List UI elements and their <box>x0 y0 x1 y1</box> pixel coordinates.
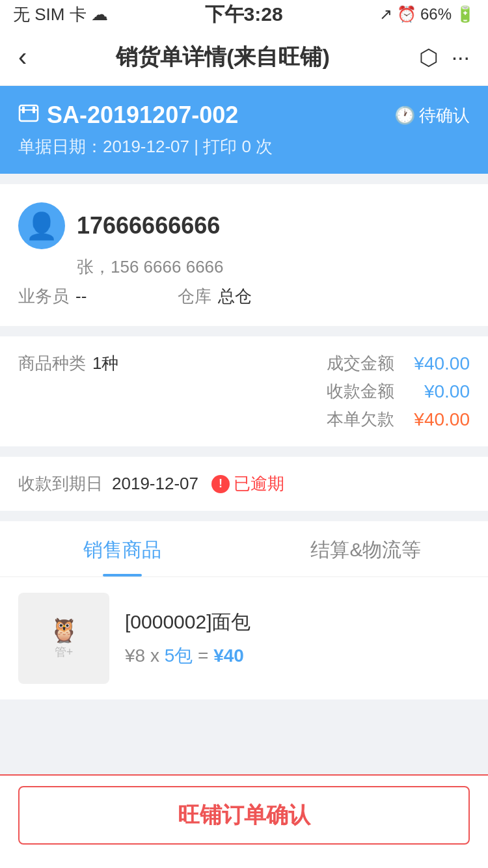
customer-phone: 17666666666 <box>77 212 220 239</box>
salesperson-value: -- <box>75 286 87 306</box>
due-date-label: 收款到期日 <box>18 472 103 495</box>
nav-actions: ⬡ ··· <box>419 44 470 70</box>
tabs-section: 销售商品 结算&物流等 🦉 管+ [0000002]面包 ¥8 x 5包 = ¥… <box>0 521 488 699</box>
status-battery: ↗ ⏰ 66% 🔋 <box>379 5 475 23</box>
status-network: 无 SIM 卡 ☁ <box>13 3 108 26</box>
overdue-text: 已逾期 <box>234 472 284 495</box>
customer-name: 张，156 6666 6666 <box>77 256 470 278</box>
product-price-row: ¥8 x 5包 = ¥40 <box>125 644 470 668</box>
received-amount-label: 收款金额 <box>327 380 394 403</box>
tab-settlement-logistics[interactable]: 结算&物流等 <box>244 521 488 576</box>
salesperson-label: 业务员 <box>18 285 69 308</box>
order-status: 🕐 待确认 <box>394 104 470 127</box>
product-logo: 🦉 <box>49 617 79 644</box>
order-icon <box>18 103 39 128</box>
more-icon[interactable]: ··· <box>452 44 470 70</box>
warehouse-value: 总仓 <box>218 285 252 308</box>
customer-section: 👤 17666666666 张，156 6666 6666 业务员 -- 仓库 … <box>0 184 488 326</box>
product-thumbnail: 🦉 管+ <box>18 593 109 684</box>
status-time: 下午3:28 <box>205 1 283 28</box>
bottom-bar: 旺铺订单确认 <box>0 774 488 868</box>
back-button[interactable]: ‹ <box>18 42 27 72</box>
price-label: ¥8 x <box>125 645 165 666</box>
nav-bar: ‹ 销货单详情(来自旺铺) ⬡ ··· <box>0 29 488 86</box>
owed-amount-value: ¥40.00 <box>405 409 470 430</box>
product-name: [0000002]面包 <box>125 609 470 636</box>
amounts-section: 商品种类 1种 成交金额 ¥40.00 收款金额 ¥0.00 本单欠款 ¥40.… <box>0 336 488 446</box>
overdue-icon: ! <box>211 475 230 493</box>
page-title: 销货单详情(来自旺铺) <box>116 42 330 72</box>
product-types: 商品种类 1种 <box>18 352 327 375</box>
amounts-right: 成交金额 ¥40.00 收款金额 ¥0.00 本单欠款 ¥40.00 <box>327 352 470 431</box>
product-details: [0000002]面包 ¥8 x 5包 = ¥40 <box>125 609 470 668</box>
clock-icon: 🕐 <box>394 105 415 126</box>
share-icon[interactable]: ⬡ <box>419 44 439 70</box>
tabs-row: 销售商品 结算&物流等 <box>0 521 488 577</box>
customer-meta: 业务员 -- 仓库 总仓 <box>18 285 470 308</box>
order-id: SA-20191207-002 <box>18 102 238 129</box>
price-separator: = <box>193 645 213 666</box>
status-bar: 无 SIM 卡 ☁ 下午3:28 ↗ ⏰ 66% 🔋 <box>0 0 488 29</box>
confirm-order-button[interactable]: 旺铺订单确认 <box>18 786 470 845</box>
due-section: 收款到期日 2019-12-07 ! 已逾期 <box>0 457 488 511</box>
owed-amount-label: 本单欠款 <box>327 408 394 431</box>
person-icon: 👤 <box>25 211 58 241</box>
deal-amount-value: ¥40.00 <box>405 353 470 374</box>
avatar: 👤 <box>18 202 65 249</box>
product-logo-sub: 管+ <box>55 644 74 660</box>
due-date-value: 2019-12-07 <box>112 474 198 494</box>
product-qty: 5包 <box>165 645 193 666</box>
product-total: ¥40 <box>213 645 244 666</box>
received-amount-value: ¥0.00 <box>405 381 470 402</box>
tab-sales-products[interactable]: 销售商品 <box>0 521 244 576</box>
header-card: SA-20191207-002 🕐 待确认 单据日期：2019-12-07 | … <box>0 86 488 174</box>
product-item: 🦉 管+ [0000002]面包 ¥8 x 5包 = ¥40 <box>0 577 488 699</box>
svg-rect-3 <box>33 107 35 113</box>
svg-rect-2 <box>22 107 25 113</box>
order-date-info: 单据日期：2019-12-07 | 打印 0 次 <box>18 135 470 158</box>
deal-amount-label: 成交金额 <box>327 352 394 375</box>
warehouse-label: 仓库 <box>178 285 211 308</box>
overdue-badge: ! 已逾期 <box>211 472 284 495</box>
